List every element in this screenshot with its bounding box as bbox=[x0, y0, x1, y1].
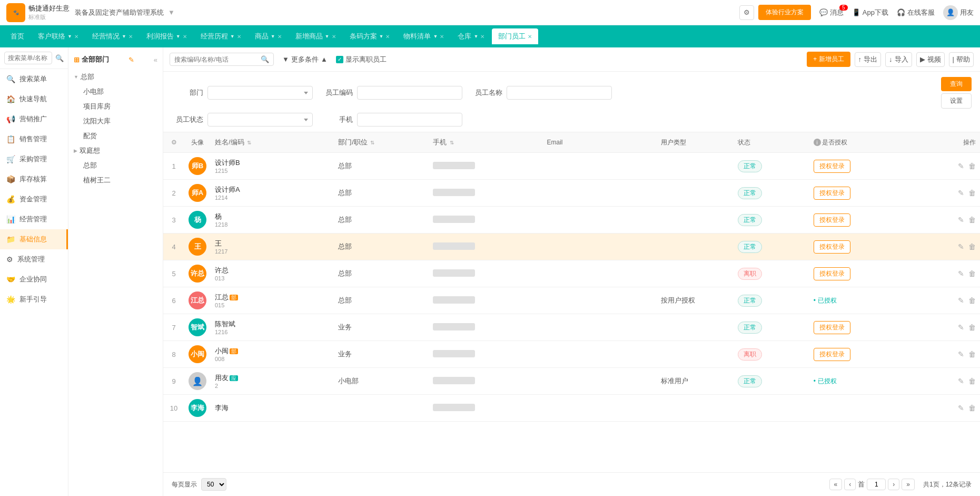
edit-row-button[interactable]: ✎ bbox=[958, 350, 964, 358]
add-employee-button[interactable]: + 新增员工 bbox=[807, 52, 850, 67]
settings-button[interactable]: ⚙ bbox=[739, 5, 754, 20]
dept-item-shuangtingxiang[interactable]: ▶ 双庭想 bbox=[68, 143, 163, 158]
page-number-input[interactable] bbox=[867, 479, 886, 490]
emp-code-input[interactable] bbox=[357, 86, 462, 100]
status-select[interactable] bbox=[207, 113, 313, 127]
edit-row-button[interactable]: ✎ bbox=[958, 189, 964, 197]
emp-name-input[interactable] bbox=[507, 86, 612, 100]
dept-select[interactable] bbox=[207, 86, 313, 100]
close-icon[interactable]: ✕ bbox=[440, 34, 444, 40]
col-header-phone[interactable]: 手机 ⇅ bbox=[429, 132, 542, 153]
tab-barcode[interactable]: 条码方案 ▼ ✕ bbox=[343, 28, 397, 44]
tab-home[interactable]: 首页 bbox=[4, 28, 31, 44]
export-button[interactable]: ↑ 导出 bbox=[855, 52, 882, 67]
edit-row-button[interactable]: ✎ bbox=[958, 216, 964, 224]
last-page-button[interactable]: » bbox=[902, 479, 915, 490]
auth-info-icon[interactable]: i bbox=[814, 139, 821, 146]
sidebar-item-finance[interactable]: 💰 资金管理 bbox=[0, 189, 68, 209]
sidebar-item-collab[interactable]: 🤝 企业协同 bbox=[0, 269, 68, 289]
phone-input[interactable] bbox=[357, 113, 462, 127]
import-button[interactable]: ↓ 导入 bbox=[885, 52, 912, 67]
sidebar-item-marketing[interactable]: 📢 营销推广 bbox=[0, 109, 68, 129]
collapse-dept-icon[interactable]: « bbox=[154, 56, 157, 64]
chat-button[interactable]: 💬 消息 5 bbox=[819, 8, 844, 17]
edit-row-button[interactable]: ✎ bbox=[958, 323, 964, 332]
col-header-settings[interactable]: ⚙ bbox=[163, 132, 184, 153]
more-filter-button[interactable]: ▼ 更多条件 ▲ bbox=[278, 53, 332, 66]
sidebar-search-input[interactable] bbox=[4, 52, 52, 64]
col-header-name[interactable]: 姓名/编码 ⇅ bbox=[211, 132, 334, 153]
sidebar-item-inventory[interactable]: 📦 库存核算 bbox=[0, 169, 68, 189]
delete-row-button[interactable]: 🗑 bbox=[968, 404, 976, 412]
close-icon[interactable]: ✕ bbox=[528, 34, 532, 40]
edit-row-button[interactable]: ✎ bbox=[958, 377, 964, 385]
first-page-button[interactable]: « bbox=[829, 479, 843, 490]
edit-row-button[interactable]: ✎ bbox=[958, 404, 964, 412]
sidebar-item-purchase[interactable]: 🛒 采购管理 bbox=[0, 149, 68, 169]
query-button[interactable]: 查询 bbox=[941, 77, 972, 91]
sidebar-item-system[interactable]: ⚙ 系统管理 bbox=[0, 249, 68, 269]
auth-login-button[interactable]: 授权登录 bbox=[814, 321, 850, 334]
tab-employees[interactable]: 部门员工 ✕ bbox=[492, 28, 538, 44]
sidebar-item-guide[interactable]: 🌟 新手引导 bbox=[0, 289, 68, 309]
sidebar-item-basic[interactable]: 📁 基础信息 bbox=[0, 229, 68, 249]
tab-customer[interactable]: 客户联络 ▼ ✕ bbox=[32, 28, 85, 44]
search-icon[interactable]: 🔍 bbox=[261, 55, 269, 63]
close-icon[interactable]: ✕ bbox=[385, 34, 390, 40]
close-icon[interactable]: ✕ bbox=[278, 34, 282, 40]
tab-goods[interactable]: 商品 ▼ ✕ bbox=[249, 28, 288, 44]
show-resigned-checkbox[interactable]: ✓ bbox=[336, 56, 343, 63]
tab-new-goods[interactable]: 新增商品 ▼ ✕ bbox=[289, 28, 342, 44]
edit-row-button[interactable]: ✎ bbox=[958, 162, 964, 170]
tab-operation[interactable]: 经营情况 ▼ ✕ bbox=[86, 28, 139, 44]
col-header-dept[interactable]: 部门/职位 ⇅ bbox=[334, 132, 429, 153]
tab-warehouse[interactable]: 仓库 ▼ ✕ bbox=[451, 28, 491, 44]
dept-item-zongbu[interactable]: 总部 bbox=[68, 158, 163, 173]
delete-row-button[interactable]: 🗑 bbox=[968, 350, 976, 358]
auth-login-button[interactable]: 授权登录 bbox=[814, 187, 850, 200]
system-title-arrow[interactable]: ▼ bbox=[168, 8, 175, 16]
edit-row-button[interactable]: ✎ bbox=[958, 296, 964, 305]
close-icon[interactable]: ✕ bbox=[128, 34, 133, 40]
dept-item-peihuo[interactable]: 配货 bbox=[68, 129, 163, 143]
help-button[interactable]: | 帮助 bbox=[949, 52, 974, 67]
auth-login-button[interactable]: 授权登录 bbox=[814, 213, 850, 227]
close-icon[interactable]: ✕ bbox=[183, 34, 187, 40]
delete-row-button[interactable]: 🗑 bbox=[968, 269, 976, 278]
delete-row-button[interactable]: 🗑 bbox=[968, 216, 976, 224]
user-menu-button[interactable]: 👤 用友 bbox=[943, 5, 974, 20]
delete-row-button[interactable]: 🗑 bbox=[968, 296, 976, 305]
edit-dept-icon[interactable]: ✎ bbox=[128, 56, 134, 64]
all-dept-label[interactable]: ⊞ 全部部门 bbox=[74, 55, 109, 64]
tab-profit[interactable]: 利润报告 ▼ ✕ bbox=[140, 28, 193, 44]
dept-item-zhishu[interactable]: 植树王二 bbox=[68, 173, 163, 188]
edit-row-button[interactable]: ✎ bbox=[958, 269, 964, 278]
dept-item-xiaodian[interactable]: 小电部 bbox=[68, 84, 163, 99]
auth-login-button[interactable]: 授权登录 bbox=[814, 160, 850, 173]
sidebar-item-search[interactable]: 🔍 搜索菜单 bbox=[0, 69, 68, 89]
tab-history[interactable]: 经营历程 ▼ ✕ bbox=[194, 28, 248, 44]
sidebar-item-sales[interactable]: 📋 销售管理 bbox=[0, 129, 68, 149]
auth-login-button[interactable]: 授权登录 bbox=[814, 267, 850, 280]
delete-row-button[interactable]: 🗑 bbox=[968, 189, 976, 197]
edit-row-button[interactable]: ✎ bbox=[958, 242, 964, 251]
set-button[interactable]: 设置 bbox=[941, 93, 972, 109]
close-icon[interactable]: ✕ bbox=[332, 34, 336, 40]
page-size-select[interactable]: 50 bbox=[201, 478, 226, 491]
close-icon[interactable]: ✕ bbox=[74, 34, 78, 40]
prev-page-button[interactable]: ‹ bbox=[844, 479, 856, 490]
dept-item-shenyang[interactable]: 沈阳大库 bbox=[68, 114, 163, 129]
sidebar-item-quicknav[interactable]: 🏠 快速导航 bbox=[0, 89, 68, 109]
online-service-button[interactable]: 🎧 在线客服 bbox=[897, 8, 935, 17]
dept-item-general[interactable]: ▼ 总部 bbox=[68, 70, 163, 84]
video-button[interactable]: ▶ 视频 bbox=[916, 52, 945, 67]
search-input[interactable] bbox=[174, 56, 259, 63]
close-icon[interactable]: ✕ bbox=[237, 34, 241, 40]
app-download-button[interactable]: 📱 App下载 bbox=[852, 8, 888, 17]
dept-item-project[interactable]: 项目库房 bbox=[68, 99, 163, 114]
sidebar-search-icon[interactable]: 🔍 bbox=[55, 54, 64, 62]
delete-row-button[interactable]: 🗑 bbox=[968, 323, 976, 332]
next-page-button[interactable]: › bbox=[888, 479, 899, 490]
delete-row-button[interactable]: 🗑 bbox=[968, 377, 976, 385]
tab-bom[interactable]: 物料清单 ▼ ✕ bbox=[397, 28, 450, 44]
